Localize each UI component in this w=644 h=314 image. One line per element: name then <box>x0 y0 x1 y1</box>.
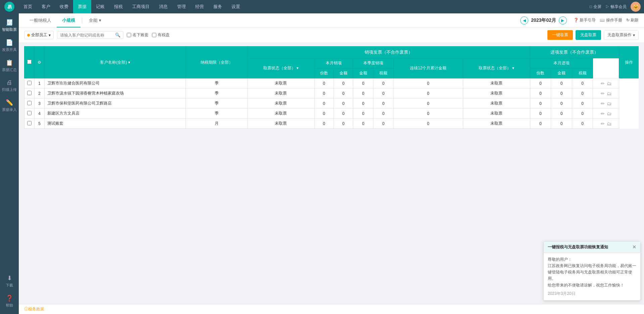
row-sales-quarter-amount: 0 <box>353 119 373 129</box>
row-purchase-month-tax: 0 <box>572 78 593 88</box>
row-check[interactable] <box>24 119 35 129</box>
nav-customer[interactable]: 客户 <box>37 0 55 13</box>
sidebar-item-invoice-entry-label: 票据录入 <box>2 107 17 112</box>
row-check[interactable] <box>24 109 35 119</box>
copy-icon[interactable]: 🗂 <box>607 81 611 86</box>
sidebar-item-help[interactable]: ❓ 帮助 <box>1 292 18 311</box>
row-check[interactable] <box>24 78 35 88</box>
edit-icon[interactable]: ✏ <box>601 101 605 106</box>
nav-home[interactable]: 首页 <box>19 0 37 13</box>
nav-tax[interactable]: 报税 <box>109 0 127 13</box>
select-all-checkbox[interactable] <box>27 60 32 64</box>
row-actions: ✏ 🗂 <box>593 109 619 119</box>
search-wrap: 🔍 <box>57 31 123 39</box>
tab-right-actions: ❓ 新手引导 📖 操作手册 ↻ 刷新 <box>574 17 639 23</box>
date-prev-btn[interactable]: ◀ <box>520 16 528 24</box>
invoice-entry-icon: ✏️ <box>6 99 13 106</box>
tab-all[interactable]: 全能 ▾ <box>84 13 107 27</box>
avatar[interactable]: 🐱 <box>631 2 641 12</box>
date-nav: ◀ 2023年02月 ▶ <box>520 16 567 24</box>
copy-icon[interactable]: 🗂 <box>607 91 611 96</box>
row-sales-12month-link[interactable]: 0 <box>427 101 429 106</box>
tax-disk-filter[interactable]: 有税盘 <box>152 32 170 38</box>
refresh-btn[interactable]: ↻ 刷新 <box>626 17 639 23</box>
nav-billing[interactable]: 收费 <box>55 0 73 13</box>
row-sales-status: 未取票 <box>247 88 314 99</box>
row-actions: ✏ 🗂 <box>593 119 619 129</box>
nav-operation[interactable]: 经营 <box>191 0 209 13</box>
row-sales-12month-link[interactable]: 0 <box>427 81 429 86</box>
row-check[interactable] <box>24 88 35 99</box>
tax-disk-checkbox[interactable] <box>152 33 156 37</box>
copy-icon[interactable]: 🗂 <box>607 101 611 106</box>
row-sales-12month: 0 <box>393 109 463 119</box>
help-icon: ❓ <box>6 295 13 302</box>
tab-general-taxpayer[interactable]: 一般纳税人 <box>24 13 57 27</box>
notification-date: 2023年3月20日 <box>548 291 636 297</box>
row-sales-quarter-amount: 0 <box>353 88 373 99</box>
search-input[interactable] <box>60 33 114 38</box>
date-next-btn[interactable]: ▶ <box>559 16 567 24</box>
row-sales-quarter-tax: 0 <box>373 119 393 129</box>
tax-policy-icon: ⓘ <box>24 306 28 312</box>
sidebar-item-invoice-entry[interactable]: ✏️ 票据录入 <box>1 96 18 115</box>
nav-bookkeeping[interactable]: 记账 <box>91 0 109 13</box>
row-sales-quarter-amount: 0 <box>353 78 373 88</box>
sidebar-item-invoice-issue[interactable]: 📄 发票开具 <box>1 36 18 55</box>
notification-panel: 一键报税与无盘取票功能恢复通知 ✕ 尊敬的用户： 江苏政务网已恢复访问电子税务局… <box>543 241 641 301</box>
nav-message[interactable]: 消息 <box>154 0 172 13</box>
sub-account-filter[interactable]: 名下账套 <box>127 32 149 38</box>
row-sales-quarter-amount-link[interactable]: 0 <box>362 111 364 116</box>
row-sales-12month-link[interactable]: 0 <box>427 111 429 116</box>
no-disk-ticket-btn[interactable]: 无盘取票 <box>576 30 601 40</box>
employee-filter[interactable]: 全部员工 ▾ <box>24 31 54 39</box>
sidebar-item-scan-upload[interactable]: 🖨 扫描上传 <box>1 76 18 95</box>
member-btn[interactable]: ▷ 畅享会员 <box>605 4 627 10</box>
row-sales-quarter-amount-link[interactable]: 0 <box>362 101 364 106</box>
edit-icon[interactable]: ✏ <box>601 81 605 86</box>
nav-service[interactable]: 服务 <box>209 0 227 13</box>
row-sales-status: 未取票 <box>247 99 314 109</box>
new-guide-btn[interactable]: ❓ 新手引导 <box>574 17 596 23</box>
table-row: 1 卫辉市玖玖健合医药有限公司 季 未取票 0 0 0 0 0 未取票 0 0 … <box>24 78 639 88</box>
edit-icon[interactable]: ✏ <box>601 91 605 96</box>
row-purchase-month-count: 0 <box>530 109 551 119</box>
row-sales-quarter-amount-link[interactable]: 0 <box>362 121 364 126</box>
manual-btn[interactable]: 📖 操作手册 <box>600 17 622 23</box>
copy-icon[interactable]: 🗂 <box>607 111 611 116</box>
one-click-ticket-btn[interactable]: 一键取票 <box>547 30 573 40</box>
search-icon[interactable]: 🔍 <box>115 33 120 38</box>
sidebar-item-invoice-summary-label: 票据汇总 <box>2 67 17 72</box>
row-sales-quarter-amount-link[interactable]: 0 <box>362 81 364 86</box>
row-num: 5 <box>35 119 45 129</box>
edit-icon[interactable]: ✏ <box>601 111 605 116</box>
sidebar-item-smart-ticket[interactable]: 🧾 智能取票 <box>1 16 18 35</box>
purchase-month-amount-header: 金额 <box>551 68 572 78</box>
copy-icon[interactable]: 🗂 <box>607 121 611 126</box>
nav-invoice[interactable]: 票据 <box>73 0 91 13</box>
nav-settings[interactable]: 设置 <box>227 0 245 13</box>
row-actions: ✏ 🗂 <box>593 99 619 109</box>
nav-items: 首页 客户 收费 票据 记账 报税 工商项目 消息 管理 经营 服务 设置 <box>19 0 590 13</box>
row-purchase-month-tax: 0 <box>572 109 593 119</box>
row-name: 卫辉市保和堂医药有限公司卫辉路店 <box>45 99 186 109</box>
date-display: 2023年02月 <box>531 17 556 23</box>
row-sales-12month-link[interactable]: 0 <box>427 91 429 96</box>
row-check[interactable] <box>24 99 35 109</box>
nav-business[interactable]: 工商项目 <box>127 0 154 13</box>
row-sales-quarter-amount-link[interactable]: 0 <box>362 91 364 96</box>
nav-manage[interactable]: 管理 <box>172 0 191 13</box>
sidebar: 🧾 智能取票 📄 发票开具 📋 票据汇总 🖨 扫描上传 ✏️ 票据录入 ⬇ 下载… <box>0 13 19 314</box>
row-sales-12month-link[interactable]: 0 <box>427 121 429 126</box>
tax-policy-link[interactable]: 税务政策 <box>28 306 44 312</box>
row-sales-month-count: 0 <box>314 99 334 109</box>
edit-icon[interactable]: ✏ <box>601 121 605 126</box>
sub-account-checkbox[interactable] <box>127 33 131 37</box>
no-disk-ops-btn[interactable]: 无盘取票操作 ▾ <box>604 30 639 40</box>
row-sales-month-count: 0 <box>314 109 334 119</box>
tab-small-scale[interactable]: 小规模 <box>57 13 80 27</box>
sidebar-item-download[interactable]: ⬇ 下载 <box>1 272 18 291</box>
fullscreen-btn[interactable]: □ 全屏 <box>590 4 601 10</box>
notification-close-btn[interactable]: ✕ <box>632 244 636 250</box>
sidebar-item-invoice-summary[interactable]: 📋 票据汇总 <box>1 56 18 75</box>
